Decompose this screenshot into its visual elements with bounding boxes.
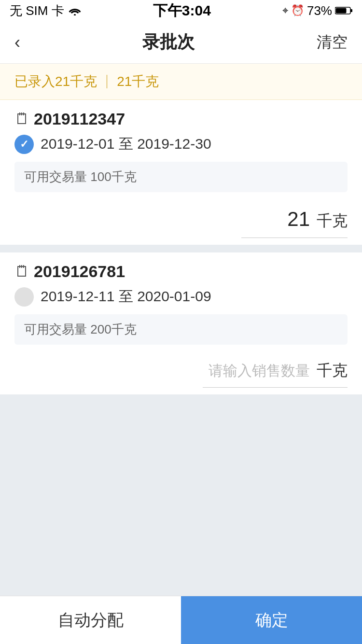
batch-avail-2: 可用交易量 200千克	[14, 314, 348, 345]
input-unit-2: 千克	[317, 360, 348, 381]
batch-id-row-2: 🗒 2019126781	[14, 262, 348, 281]
input-underline-wrap-2	[0, 387, 362, 394]
wifi-icon	[68, 6, 82, 15]
bottom-bar: 自动分配 确定	[0, 596, 362, 644]
no-sim-text: 无 SIM 卡	[10, 2, 64, 19]
svg-rect-3	[335, 8, 346, 14]
batch-avail-text-1: 可用交易量 100千克	[24, 169, 137, 184]
batch-id-1: 2019112347	[34, 110, 125, 128]
batch-checkbox-2[interactable]: ✓	[14, 287, 34, 307]
batch-avail-text-2: 可用交易量 200千克	[24, 322, 137, 336]
summary-divider	[107, 75, 107, 88]
section-separator	[0, 245, 362, 252]
status-bar-left: 无 SIM 卡	[10, 2, 82, 19]
status-bar-time: 下午3:04	[153, 1, 211, 21]
quantity-input-row-2[interactable]: 请输入销售数量 千克	[0, 352, 362, 387]
battery-icon	[335, 6, 352, 15]
status-bar: 无 SIM 卡 下午3:04 ⌖ ⏰ 73%	[0, 0, 362, 21]
battery-text: 73%	[307, 3, 332, 18]
page-title: 录批次	[142, 30, 195, 54]
summary-amount: 21千克	[117, 72, 159, 91]
alarm-icon: ⏰	[291, 4, 304, 17]
batch-avail-1: 可用交易量 100千克	[14, 162, 348, 192]
batch-date-1: 2019-12-01 至 2019-12-30	[41, 134, 211, 154]
input-underline-2	[203, 387, 348, 388]
summary-banner: 已录入21千克 21千克	[0, 64, 362, 100]
checkmark-icon-1: ✓	[20, 138, 28, 151]
batch-doc-icon-2: 🗒	[14, 263, 30, 280]
input-placeholder-2: 请输入销售数量	[209, 361, 310, 381]
location-icon: ⌖	[282, 4, 288, 17]
svg-point-0	[74, 14, 76, 15]
svg-rect-2	[350, 9, 352, 12]
auto-distribute-button[interactable]: 自动分配	[0, 596, 181, 644]
clear-button[interactable]: 清空	[317, 32, 348, 53]
batch-doc-icon-1: 🗒	[14, 110, 30, 128]
status-bar-right: ⌖ ⏰ 73%	[282, 3, 352, 18]
batch-card-1: 🗒 2019112347 ✓ 2019-12-01 至 2019-12-30 可…	[0, 100, 362, 245]
batch-checkbox-1[interactable]: ✓	[14, 135, 34, 154]
batch-date-row-1: ✓ 2019-12-01 至 2019-12-30	[14, 134, 348, 154]
batch-id-2: 2019126781	[34, 262, 125, 281]
nav-bar: ‹ 录批次 清空	[0, 21, 362, 64]
qty-underline-wrap-1	[0, 238, 362, 245]
empty-area	[0, 394, 362, 597]
qty-underline-1	[241, 238, 348, 238]
batch-card-2: 🗒 2019126781 ✓ 2019-12-11 至 2020-01-09 可…	[0, 252, 362, 394]
qty-unit-1: 千克	[317, 210, 348, 232]
quantity-display-1: 21 千克	[0, 200, 362, 238]
confirm-button[interactable]: 确定	[181, 596, 362, 644]
summary-prefix: 已录入21千克	[14, 72, 97, 91]
batch-id-row-1: 🗒 2019112347	[14, 110, 348, 128]
batch-date-row-2: ✓ 2019-12-11 至 2020-01-09	[14, 287, 348, 307]
back-button[interactable]: ‹	[14, 32, 20, 53]
qty-number-1: 21	[287, 208, 310, 231]
batch-date-2: 2019-12-11 至 2020-01-09	[41, 287, 211, 307]
